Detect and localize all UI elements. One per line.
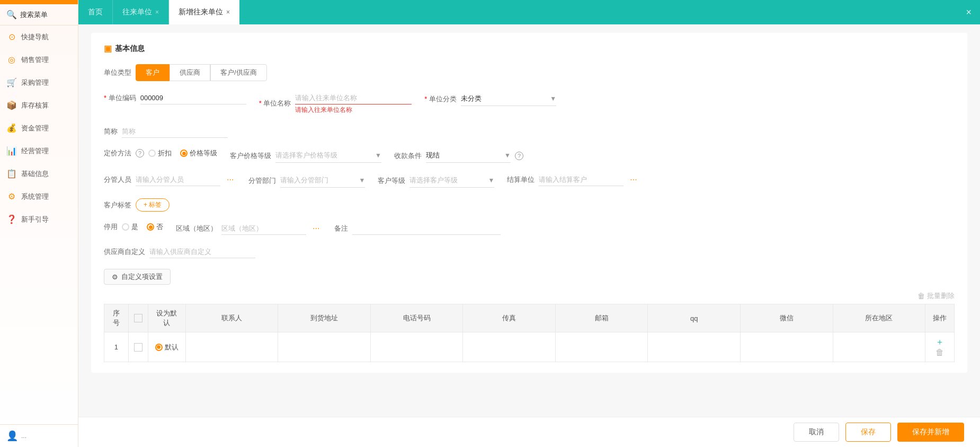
- row-add-button[interactable]: ＋: [936, 337, 944, 346]
- unit-type-supplier-btn[interactable]: 供应商: [170, 64, 210, 81]
- section-title-text: 基本信息: [115, 44, 145, 54]
- batch-delete-label[interactable]: 批量删除: [927, 291, 955, 301]
- row-default-cell: 默认: [148, 332, 185, 362]
- customer-level-select[interactable]: 请选择客户等级 ▼: [409, 173, 494, 188]
- disabled-no-radio[interactable]: 否: [147, 222, 163, 232]
- main-area: 首页 往来单位 × 新增往来单位 × × ▣ 基本信息 单位类型 客户: [78, 0, 980, 447]
- disabled-yes-label: 是: [131, 222, 138, 232]
- sidebar-item-inventory[interactable]: 📦 库存核算: [0, 94, 78, 117]
- inventory-icon: 📦: [6, 100, 17, 110]
- cancel-button[interactable]: 取消: [794, 423, 839, 442]
- sidebar-item-label-purchase-mgmt: 采购管理: [21, 78, 49, 87]
- tab-home-label: 首页: [88, 7, 103, 17]
- row-email-cell: [555, 332, 648, 362]
- tabbar-close-button[interactable]: ×: [957, 0, 980, 24]
- add-tag-button[interactable]: + 标签: [136, 198, 170, 212]
- save-button[interactable]: 保存: [845, 423, 891, 442]
- action-bar: 取消 保存 保存并新增: [78, 417, 980, 447]
- supplier-custom-field: 供应商自定义: [104, 246, 255, 258]
- row-region-input[interactable]: [839, 343, 920, 351]
- short-name-input[interactable]: [122, 125, 228, 138]
- sidebar-bottom[interactable]: 👤 ...: [0, 424, 78, 447]
- sidebar-search[interactable]: 🔍 搜索菜单: [0, 4, 78, 25]
- save-and-new-button[interactable]: 保存并新增: [897, 423, 964, 442]
- table-header-row: 序号 设为默认 联系人 到货地址 电话号码 传真 邮箱 qq 微信 所在地区 操…: [104, 304, 955, 332]
- custom-settings-label: 自定义项设置: [121, 272, 163, 282]
- short-name-row: 简称: [104, 125, 955, 138]
- supplier-custom-input[interactable]: [149, 246, 255, 258]
- col-fax: 传真: [463, 304, 556, 332]
- payment-terms-value: 现结: [426, 151, 440, 160]
- department-label: 分管部门: [248, 176, 276, 186]
- row-fax-input[interactable]: [468, 343, 550, 351]
- search-icon: 🔍: [6, 10, 17, 20]
- tab-new-partner-close[interactable]: ×: [226, 8, 230, 16]
- settlement-unit-field: 结算单位 ···: [507, 173, 639, 186]
- sidebar-item-purchase-mgmt[interactable]: 🛒 采购管理: [0, 71, 78, 94]
- region-input[interactable]: [221, 222, 306, 235]
- settlement-unit-input[interactable]: [539, 173, 623, 186]
- row-contact-input[interactable]: [191, 343, 273, 351]
- col-region: 所在地区: [833, 304, 925, 332]
- row-address-input[interactable]: [283, 343, 365, 351]
- sidebar-item-finance[interactable]: 💰 资金管理: [0, 117, 78, 139]
- settlement-unit-label: 结算单位: [507, 175, 534, 185]
- unit-category-select[interactable]: 未分类 ▼: [461, 92, 556, 106]
- sidebar-item-quick-nav[interactable]: ⊙ 快捷导航: [0, 25, 78, 48]
- row-checkbox[interactable]: [134, 343, 142, 352]
- row-delete-button[interactable]: 🗑: [936, 348, 944, 357]
- unit-type-both-btn[interactable]: 客户/供应商: [210, 64, 267, 81]
- payment-terms-field: 收款条件 现结 ▼ ?: [394, 148, 523, 163]
- row-phone-input[interactable]: [376, 343, 458, 351]
- tab-partner-list[interactable]: 往来单位 ×: [113, 0, 169, 24]
- sidebar-item-basic-info[interactable]: 📋 基础信息: [0, 162, 78, 185]
- row-fax-cell: [463, 332, 556, 362]
- tab-partner-list-close[interactable]: ×: [155, 8, 159, 16]
- tab-partner-list-label: 往来单位: [122, 7, 152, 17]
- manager-input[interactable]: [136, 173, 220, 186]
- sidebar-top-bar: [0, 0, 78, 4]
- payment-terms-hint[interactable]: ?: [515, 152, 523, 160]
- department-select[interactable]: 请输入分管部门 ▼: [280, 173, 365, 188]
- remark-input[interactable]: [352, 222, 501, 235]
- row-email-input[interactable]: [561, 343, 643, 351]
- pricing-level-radio[interactable]: 价格等级: [180, 148, 217, 158]
- supplier-custom-label: 供应商自定义: [104, 247, 145, 257]
- disabled-yes-radio[interactable]: 是: [122, 222, 138, 232]
- pricing-discount-radio[interactable]: 折扣: [148, 148, 172, 158]
- manager-ellipsis[interactable]: ···: [225, 175, 236, 185]
- quick-nav-icon: ⊙: [6, 32, 17, 42]
- row-qq-input[interactable]: [653, 343, 735, 351]
- sidebar-search-label: 搜索菜单: [20, 10, 48, 20]
- sidebar-item-operations[interactable]: 📊 经营管理: [0, 139, 78, 162]
- row-default-radio[interactable]: 默认: [154, 343, 180, 352]
- supplier-custom-row: 供应商自定义: [104, 246, 955, 258]
- custom-settings-icon: ⚙: [112, 273, 118, 281]
- sidebar-bottom-label: ...: [21, 432, 26, 440]
- unit-code-input[interactable]: [140, 92, 246, 104]
- custom-settings-button[interactable]: ⚙ 自定义项设置: [104, 269, 171, 285]
- unit-type-customer-btn[interactable]: 客户: [136, 64, 170, 81]
- pricing-method-hint[interactable]: ?: [136, 149, 144, 157]
- region-label: 区域（地区）: [176, 224, 217, 233]
- tab-home[interactable]: 首页: [78, 0, 113, 24]
- col-wechat: 微信: [741, 304, 833, 332]
- sidebar-item-system-mgmt[interactable]: ⚙ 系统管理: [0, 185, 78, 208]
- customer-price-level-label: 客户价格等级: [230, 151, 271, 161]
- customer-price-level-select[interactable]: 请选择客户价格等级 ▼: [275, 148, 381, 163]
- sidebar: 🔍 搜索菜单 ⊙ 快捷导航 ◎ 销售管理 🛒 采购管理 📦 库存核算 💰 资金管…: [0, 0, 78, 447]
- row-wechat-input[interactable]: [746, 343, 827, 351]
- sidebar-item-new-guide[interactable]: ❓ 新手引导: [0, 208, 78, 231]
- sidebar-item-label-quick-nav: 快捷导航: [21, 32, 49, 42]
- region-ellipsis[interactable]: ···: [310, 224, 322, 233]
- short-name-label: 简称: [104, 127, 118, 136]
- payment-terms-select[interactable]: 现结 ▼: [426, 148, 511, 163]
- unit-name-input[interactable]: [295, 92, 412, 104]
- disabled-field: 停用 是 否: [104, 222, 163, 232]
- tab-new-partner[interactable]: 新增往来单位 ×: [169, 0, 239, 24]
- sidebar-item-sales-mgmt[interactable]: ◎ 销售管理: [0, 48, 78, 71]
- header-checkbox[interactable]: [134, 314, 142, 322]
- sidebar-item-label-system-mgmt: 系统管理: [21, 192, 49, 201]
- settlement-unit-ellipsis[interactable]: ···: [628, 175, 639, 185]
- sidebar-item-label-new-guide: 新手引导: [21, 215, 49, 224]
